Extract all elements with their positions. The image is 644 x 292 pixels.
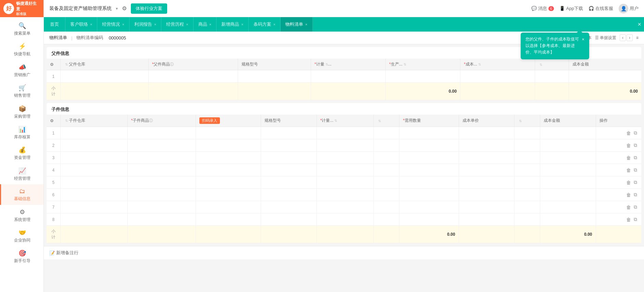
copy-row-btn-7[interactable]: ⧉: [633, 203, 638, 211]
delete-row-btn-7[interactable]: 🗑: [626, 203, 632, 211]
sidebar-item-销售管理[interactable]: 🛒销售管理: [0, 81, 44, 101]
parent-product-cell[interactable]: [148, 70, 238, 83]
child-warehouse-cell-3[interactable]: [60, 152, 127, 164]
settings-icon[interactable]: ⚙: [122, 5, 127, 12]
menu-action[interactable]: ≡: [636, 35, 639, 40]
breadcrumb-current[interactable]: 物料清单: [49, 35, 67, 41]
tab-close-经营历程[interactable]: ×: [186, 22, 188, 26]
sidebar-item-企业协同[interactable]: 🤝企业协同: [0, 225, 44, 246]
delete-row-btn-8[interactable]: 🗑: [626, 216, 632, 223]
child-product-cell-8[interactable]: [127, 213, 196, 226]
child-spec-cell-2[interactable]: [261, 139, 317, 152]
parent-warehouse-cell[interactable]: [60, 70, 148, 83]
child-unit-cell-6[interactable]: [317, 189, 373, 201]
copy-row-btn-2[interactable]: ⧉: [633, 142, 638, 149]
child-warehouse-cell-7[interactable]: [60, 201, 127, 213]
tab-close-新增商品[interactable]: ×: [241, 22, 243, 26]
child-warehouse-cell-6[interactable]: [60, 189, 127, 201]
tab-close-利润报告[interactable]: ×: [154, 22, 156, 26]
child-product-cell-7[interactable]: [127, 201, 196, 213]
child-unit-cell-5[interactable]: [317, 176, 373, 189]
child-warehouse-cell-1[interactable]: [60, 127, 127, 139]
child-unit-cost-cell-2[interactable]: [459, 139, 514, 152]
child-spec-cell-7[interactable]: [261, 201, 317, 213]
delete-row-btn-4[interactable]: 🗑: [626, 166, 632, 174]
add-note-btn[interactable]: 📝 新增备注行: [49, 250, 78, 256]
child-unit-cost-cell-8[interactable]: [459, 213, 514, 226]
copy-row-btn-5[interactable]: ⧉: [633, 179, 638, 186]
child-qty-cell-5[interactable]: [399, 176, 459, 189]
nav-tab-首页[interactable]: 首页: [44, 17, 65, 32]
child-unit-cell-2[interactable]: [317, 139, 373, 152]
sidebar-item-搜索菜单[interactable]: 🔍搜索菜单: [0, 19, 44, 39]
tab-close-条码方案[interactable]: ×: [273, 22, 275, 26]
child-unit-cell-8[interactable]: [317, 213, 373, 226]
child-warehouse-cell-8[interactable]: [60, 213, 127, 226]
delete-row-btn-5[interactable]: 🗑: [626, 179, 632, 186]
child-unit-cell-7[interactable]: [317, 201, 373, 213]
child-spec-cell-1[interactable]: [261, 127, 317, 139]
nav-tab-经营历程[interactable]: 经营历程 ×: [161, 17, 193, 32]
child-warehouse-cell-2[interactable]: [60, 139, 127, 152]
child-qty-cell-6[interactable]: [399, 189, 459, 201]
child-unit-cost-cell-7[interactable]: [459, 201, 514, 213]
child-unit-cell-3[interactable]: [317, 152, 373, 164]
message-action[interactable]: 💬 消息 6: [531, 5, 554, 12]
sidebar-item-系统管理[interactable]: ⚙系统管理: [0, 205, 44, 225]
sidebar-item-采购管理[interactable]: 📦采购管理: [0, 102, 44, 122]
nav-tab-经营情况[interactable]: 经营情况 ×: [97, 17, 129, 32]
child-qty-cell-7[interactable]: [399, 201, 459, 213]
child-unit-cost-cell-4[interactable]: [459, 164, 514, 176]
parent-col-settings[interactable]: ⚙: [47, 59, 60, 70]
tab-close-商品[interactable]: ×: [209, 22, 211, 26]
child-unit-cost-cell-3[interactable]: [459, 152, 514, 164]
child-unit-cell-1[interactable]: [317, 127, 373, 139]
child-spec-cell-5[interactable]: [261, 176, 317, 189]
nav-tab-利润报告[interactable]: 利润报告 ×: [129, 17, 161, 32]
child-product-cell-6[interactable]: [127, 189, 196, 201]
trial-button[interactable]: 体验行业方案: [131, 3, 167, 14]
child-spec-cell-6[interactable]: [261, 189, 317, 201]
copy-row-btn-1[interactable]: ⧉: [633, 129, 638, 137]
child-unit-cost-cell-6[interactable]: [459, 189, 514, 201]
online-service-action[interactable]: 🎧 在线客服: [589, 5, 613, 12]
parent-spec-cell[interactable]: [238, 70, 311, 83]
child-unit-cost-cell-5[interactable]: [459, 176, 514, 189]
child-qty-cell-8[interactable]: [399, 213, 459, 226]
copy-row-btn-4[interactable]: ⧉: [633, 166, 638, 174]
child-product-cell-2[interactable]: [127, 139, 196, 152]
scan-input-btn[interactable]: 扫码录入: [199, 117, 220, 124]
child-unit-cost-cell-1[interactable]: [459, 127, 514, 139]
parent-prod-cell[interactable]: [386, 70, 460, 83]
app-download-action[interactable]: 📱 App下载: [559, 5, 583, 12]
delete-row-btn-1[interactable]: 🗑: [626, 129, 632, 137]
doc-settings-action[interactable]: ☰ 单据设置: [595, 35, 616, 41]
nav-tab-物料清单[interactable]: 物料清单 ×: [281, 17, 312, 32]
child-warehouse-cell-4[interactable]: [60, 164, 127, 176]
copy-row-btn-6[interactable]: ⧉: [633, 191, 638, 198]
tabs-close-all[interactable]: ×: [635, 21, 644, 28]
sidebar-item-新手引导[interactable]: 🎯新手引导: [0, 246, 44, 267]
delete-row-btn-6[interactable]: 🗑: [626, 191, 632, 198]
nav-tab-新增商品[interactable]: 新增商品 ×: [216, 17, 248, 32]
nav-tab-客户联络[interactable]: 客户联络 ×: [65, 17, 97, 32]
sidebar-item-资金管理[interactable]: 💰资金管理: [0, 143, 44, 163]
child-product-cell-5[interactable]: [127, 176, 196, 189]
child-qty-cell-3[interactable]: [399, 152, 459, 164]
child-qty-cell-2[interactable]: [399, 139, 459, 152]
tab-close-经营情况[interactable]: ×: [122, 22, 124, 26]
prev-btn[interactable]: ‹: [620, 34, 626, 41]
tab-close-客户联络[interactable]: ×: [90, 22, 92, 26]
child-col-settings[interactable]: ⚙: [47, 115, 60, 127]
child-unit-cell-4[interactable]: [317, 164, 373, 176]
child-spec-cell-3[interactable]: [261, 152, 317, 164]
child-qty-cell-4[interactable]: [399, 164, 459, 176]
nav-tab-条码方案[interactable]: 条码方案 ×: [249, 17, 281, 32]
sidebar-item-库存核算[interactable]: 📊库存核算: [0, 122, 44, 143]
sidebar-item-基础信息[interactable]: 🗂基础信息: [0, 184, 44, 205]
tab-close-物料清单[interactable]: ×: [305, 22, 307, 26]
delete-row-btn-3[interactable]: 🗑: [626, 154, 632, 161]
parent-cost-cell[interactable]: [460, 70, 535, 83]
next-btn[interactable]: ›: [627, 34, 633, 41]
copy-row-btn-3[interactable]: ⧉: [633, 154, 638, 161]
